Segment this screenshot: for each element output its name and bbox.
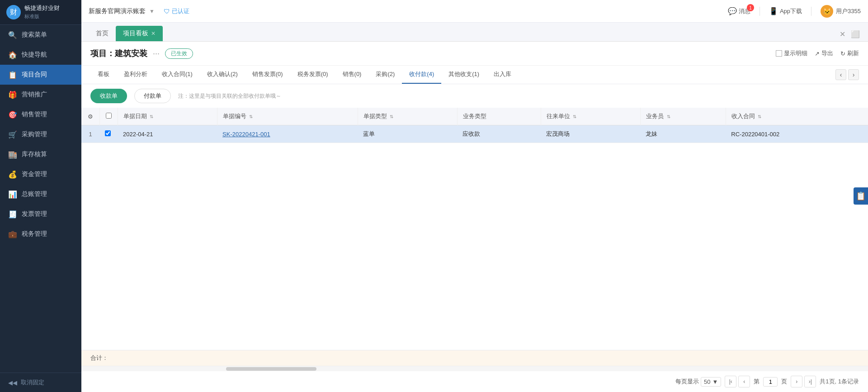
page-footer: 合计： 每页显示 50 ▼ |‹ ‹ 第 页 [81,350,868,392]
message-button[interactable]: 💬 消息 1 [728,7,750,15]
tax-icon: 💼 [8,229,17,239]
td-num: 1 [81,125,99,143]
per-page-dropdown[interactable]: 50 ▼ [701,377,721,387]
sidebar-item-search[interactable]: 🔍 搜索菜单 [0,25,81,45]
sidebar-item-purchase[interactable]: 🛒 采购管理 [0,124,81,144]
tab-close-icon[interactable]: ✕ [151,30,156,37]
page-number-input[interactable] [763,377,778,387]
sort-unit-icon[interactable]: ⇅ [573,114,576,119]
show-detail-checkbox[interactable] [776,50,782,57]
sub-tab-inout[interactable]: 出入库 [486,66,519,84]
sub-tab-purchase[interactable]: 采购(2) [368,66,402,84]
tabbar: 首页 项目看板 ✕ ✕ ⬜ [81,23,868,42]
page-title: 项目：建筑安装 [90,48,147,59]
scrollbar-thumb[interactable] [226,367,316,371]
th-salesman: 业务员 ⇅ [640,108,726,125]
sidebar-item-quicknav[interactable]: 🏠 快捷导航 [0,45,81,65]
sidebar-item-label: 税务管理 [22,230,47,238]
sidebar-item-finance[interactable]: 💰 资金管理 [0,164,81,184]
topbar-project-name: 新服务官网演示账套 [89,7,146,15]
sub-tab-tax-invoice[interactable]: 税务发票(0) [290,66,335,84]
sort-code-icon[interactable]: ⇅ [249,114,253,119]
total-pages-info: 共1页, 1条记录 [820,378,859,386]
sidebar-item-marketing[interactable]: 🎁 营销推广 [0,85,81,105]
message-icon: 💬 [728,7,737,15]
main-content: 新服务官网演示账套 ▼ 🛡 已认证 💬 消息 1 📱 App下载 🐱 用户335… [81,0,868,392]
export-icon: ↗ [815,50,820,57]
page-header-actions: 显示明细 ↗ 导出 ↻ 刷新 [776,49,859,57]
sidebar-scroll: 🔍 搜索菜单 🏠 快捷导航 📋 项目合同 🎁 营销推广 🎯 销售管理 🛒 采购管… [0,25,81,373]
window-maximize-icon[interactable]: ⬜ [850,29,861,39]
tab-home[interactable]: 首页 [89,26,116,41]
sidebar-item-label: 总账管理 [22,190,47,198]
topbar-divider2 [811,7,811,16]
data-table: ⚙ 单据日期 ⇅ 单据编号 ⇅ 单据类型 [81,108,868,143]
sub-tab-sales[interactable]: 销售(0) [335,66,369,84]
sidebar-item-label: 项目合同 [22,71,47,79]
th-settings[interactable]: ⚙ [81,108,99,125]
td-code[interactable]: SK-20220421-001 [217,125,358,143]
window-close-icon[interactable]: ✕ [839,29,846,39]
sidebar-item-label: 销售管理 [22,110,47,119]
app-download-button[interactable]: 📱 App下载 [769,7,802,15]
sub-tab-income-confirm[interactable]: 收入确认(2) [200,66,245,84]
cart-icon: 🛒 [8,130,17,139]
sort-salesman-icon[interactable]: ⇅ [667,114,670,119]
row-checkbox[interactable] [105,130,111,136]
page: 项目：建筑安装 ··· 已生效 显示明细 ↗ 导出 ↻ 刷新 [81,42,868,392]
float-action-button[interactable]: 📋 [854,187,868,205]
sidebar-item-label: 快捷导航 [22,51,47,59]
topbar-dropdown-icon[interactable]: ▼ [149,8,155,14]
first-page-button[interactable]: |‹ [725,376,736,387]
sub-tab-profit[interactable]: 盈利分析 [117,66,155,84]
sub-tab-sales-invoice[interactable]: 销售发票(0) [245,66,290,84]
show-detail-action[interactable]: 显示明细 [776,49,807,57]
select-all-checkbox[interactable] [106,113,112,119]
last-page-button[interactable]: ›| [804,376,816,387]
app-edition: 标准版 [24,13,60,20]
payment-btn[interactable]: 付款单 [134,89,171,103]
sidebar-item-label: 库存核算 [22,150,47,158]
export-button[interactable]: ↗ 导出 [815,49,833,57]
sidebar-item-ledger[interactable]: 📊 总账管理 [0,184,81,204]
unpin-icon: ◀◀ [8,379,17,386]
sidebar-unpin-button[interactable]: ◀◀ 取消固定 [0,373,81,392]
total-label: 合计： [90,354,108,362]
sort-date-icon[interactable]: ⇅ [150,114,153,119]
table-row[interactable]: 1 2022-04-21 SK-20220421-001 蓝单 [81,125,868,143]
page-size-select: 每页显示 50 ▼ [675,377,721,387]
sub-tab-receipts[interactable]: 收付款(4) [402,66,441,84]
th-biz-type: 业务类型 [457,108,541,125]
sub-tab-income-contract[interactable]: 收入合同(1) [155,66,200,84]
td-salesman: 龙妹 [640,125,726,143]
topbar-verified-label: 已认证 [172,7,189,15]
refresh-label: 刷新 [847,49,859,57]
sub-tab-kanban[interactable]: 看板 [90,66,117,84]
sort-type-icon[interactable]: ⇅ [390,114,393,119]
receipt-btn[interactable]: 收款单 [90,89,127,103]
sort-contract-icon[interactable]: ⇅ [758,114,761,119]
next-page-button[interactable]: › [791,376,802,387]
sidebar-item-label: 采购管理 [22,130,47,139]
prev-page-button[interactable]: ‹ [738,376,750,387]
refresh-button[interactable]: ↻ 刷新 [840,49,859,57]
sub-tab-other-expenses[interactable]: 其他收支(1) [441,66,486,84]
table-wrap: ⚙ 单据日期 ⇅ 单据编号 ⇅ 单据类型 [81,108,868,350]
sidebar-item-projectcontract[interactable]: 📋 项目合同 [0,65,81,85]
page-nav: |‹ ‹ 第 页 › ›| [725,376,816,387]
sidebar-item-sales[interactable]: 🎯 销售管理 [0,105,81,124]
sidebar-item-tax[interactable]: 💼 税务管理 [0,224,81,244]
scrollbar-row [81,366,868,371]
sub-tabs-prev[interactable]: ‹ [835,69,846,80]
more-options-button[interactable]: ··· [153,49,160,58]
sidebar-logo-info: 畅捷通好业财 标准版 [24,5,60,20]
sub-tabs-next[interactable]: › [848,69,859,80]
warehouse-icon: 🏬 [8,150,17,159]
topbar-divider [760,7,760,16]
user-menu-button[interactable]: 🐱 用户3355 [821,5,861,18]
sidebar-item-inventory[interactable]: 🏬 库存核算 [0,144,81,164]
refresh-icon: ↻ [840,50,845,57]
gift-icon: 🎁 [8,90,17,99]
tab-project-board[interactable]: 项目看板 ✕ [116,26,163,41]
sidebar-item-invoice[interactable]: 🧾 发票管理 [0,204,81,224]
